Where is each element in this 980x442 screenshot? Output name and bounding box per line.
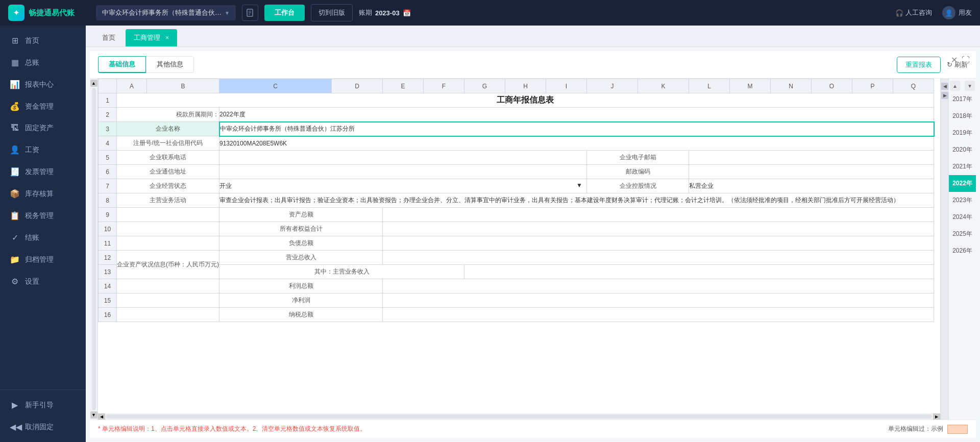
collapse-left-button[interactable]: ◀ xyxy=(941,83,948,90)
col-header-P[interactable]: P xyxy=(852,79,893,93)
col-header-J[interactable]: J xyxy=(587,79,638,93)
year-item-2023[interactable]: 2023年 xyxy=(949,192,976,209)
doc-icon-button[interactable] xyxy=(242,5,258,21)
col-header-A[interactable]: A xyxy=(117,79,147,93)
holding-value-cell[interactable]: 私营企业 xyxy=(689,179,934,193)
total-tax-label-cell: 纳税总额 xyxy=(219,308,383,322)
col-header-N[interactable]: N xyxy=(771,79,812,93)
sidebar-item-finance[interactable]: 💰 资金管理 xyxy=(0,95,86,117)
vertical-scroll-bar[interactable]: ▲ ▼ xyxy=(90,79,98,420)
postcode-value-cell[interactable] xyxy=(689,165,934,179)
sub-tab-basic[interactable]: 基础信息 xyxy=(98,56,146,73)
total-revenue-value-cell[interactable] xyxy=(383,251,934,265)
email-value-cell[interactable] xyxy=(689,151,934,165)
col-header-C[interactable]: C xyxy=(219,79,332,93)
tel-value-cell[interactable] xyxy=(219,151,587,165)
tel-label-cell: 企业联系电话 xyxy=(117,151,219,165)
year-item-2024[interactable]: 2024年 xyxy=(949,209,976,226)
sidebar-item-archive[interactable]: 📁 归档管理 xyxy=(0,249,86,271)
col-header-M[interactable]: M xyxy=(730,79,771,93)
year-down-button[interactable]: ▼ xyxy=(965,81,975,91)
sidebar-item-settle[interactable]: ✓ 结账 xyxy=(0,227,86,249)
sidebar-item-inventory[interactable]: 📦 库存核算 xyxy=(0,183,86,205)
main-revenue-value-cell[interactable] xyxy=(464,265,934,279)
sidebar-item-label: 税务管理 xyxy=(25,211,54,220)
scroll-down-button[interactable]: ▼ xyxy=(90,411,97,419)
col-header-D[interactable]: D xyxy=(332,79,383,93)
col-header-H[interactable]: H xyxy=(505,79,546,93)
sidebar-item-salary[interactable]: 👤 工资 xyxy=(0,139,86,161)
year-item-2021[interactable]: 2021年 xyxy=(949,158,976,175)
company-selector[interactable]: 中审众环会计师事务所（特殊普通合伙… ▼ xyxy=(96,5,236,20)
reg-no-value-cell[interactable]: 91320100MA208E5W6K xyxy=(219,136,934,151)
period-value-cell[interactable]: 2022年度 xyxy=(219,108,934,122)
liability-value-cell[interactable] xyxy=(383,236,934,251)
biz-status-value-cell[interactable]: 开业 ▼ xyxy=(219,179,587,193)
sidebar-item-tax[interactable]: 📋 税务管理 xyxy=(0,205,86,227)
sidebar-item-unpin[interactable]: ◀◀ 取消固定 xyxy=(0,416,86,438)
col-header-F[interactable]: F xyxy=(424,79,464,93)
col-header-L[interactable]: L xyxy=(689,79,730,93)
r9-a-cell[interactable] xyxy=(117,208,219,222)
reset-report-button[interactable]: 重置报表 xyxy=(897,57,941,73)
year-item-2026[interactable]: 2026年 xyxy=(949,242,976,259)
r15-a-cell[interactable] xyxy=(117,293,219,308)
profit-value-cell[interactable] xyxy=(383,279,934,293)
sidebar-item-assets[interactable]: 🏗 固定资产 xyxy=(0,117,86,139)
sub-tab-other[interactable]: 其他信息 xyxy=(146,56,194,73)
service-button[interactable]: 🎧 人工咨询 xyxy=(895,8,932,17)
service-label: 人工咨询 xyxy=(905,8,932,17)
main-biz-value-cell[interactable]: 审查企业会计报表；出具审计报告；验证企业资本；出具验资报告；办理企业合并、分立、… xyxy=(219,193,934,208)
total-assets-value-cell[interactable] xyxy=(383,208,934,222)
company-name-value-cell[interactable]: 中审众环会计师事务所（特殊普通合伙）江苏分所 xyxy=(219,122,934,136)
sidebar-item-settings[interactable]: ⚙ 设置 xyxy=(0,271,86,292)
guide-icon: ▶ xyxy=(10,400,20,410)
dropdown-arrow-icon[interactable]: ▼ xyxy=(576,182,582,189)
sheet-title-cell[interactable]: 工商年报信息表 xyxy=(117,93,934,108)
collapse-right-button[interactable]: ▶ xyxy=(941,92,948,99)
year-item-2022[interactable]: 2022年 xyxy=(949,175,976,192)
r16-a-cell[interactable] xyxy=(117,308,219,322)
top-header: ✦ 畅捷通易代账 中审众环会计师事务所（特殊普通合伙… ▼ 工作台 切到旧版 账… xyxy=(0,0,980,26)
h-scroll-bar[interactable]: ◀ ▶ xyxy=(98,413,940,420)
sidebar-item-guide[interactable]: ▶ 新手引导 xyxy=(0,394,86,416)
address-value-cell[interactable] xyxy=(219,165,587,179)
tab-active[interactable]: 工商管理 × xyxy=(126,29,177,46)
r11-a-cell[interactable] xyxy=(117,236,219,251)
scroll-right-button[interactable]: ▶ xyxy=(933,413,940,420)
year-up-button[interactable]: ▲ xyxy=(950,81,960,91)
scroll-left-button[interactable]: ◀ xyxy=(98,413,105,420)
r14-a-cell[interactable] xyxy=(117,279,219,293)
year-item-2019[interactable]: 2019年 xyxy=(949,125,976,141)
old-version-button[interactable]: 切到旧版 xyxy=(311,4,353,21)
col-header-B[interactable]: B xyxy=(147,79,219,93)
tab-home[interactable]: 首页 xyxy=(94,29,124,46)
sidebar-item-ledger[interactable]: ▦ 总账 xyxy=(0,52,86,73)
col-header-I[interactable]: I xyxy=(546,79,587,93)
scroll-up-button[interactable]: ▲ xyxy=(90,80,97,87)
year-item-2020[interactable]: 2020年 xyxy=(949,141,976,158)
tab-close-button[interactable]: × xyxy=(165,34,169,41)
col-header-O[interactable]: O xyxy=(812,79,852,93)
col-header-E[interactable]: E xyxy=(383,79,424,93)
maximize-window-button[interactable]: ⛶ xyxy=(962,55,970,65)
reg-no-label-cell: 注册号/统一社会信用代码 xyxy=(117,136,219,151)
year-item-2025[interactable]: 2025年 xyxy=(949,226,976,242)
equity-value-cell[interactable] xyxy=(383,222,934,236)
calendar-icon[interactable]: 📅 xyxy=(403,9,411,17)
col-header-Q[interactable]: Q xyxy=(893,79,934,93)
spreadsheet-main[interactable]: A B C D E F G H I J K L xyxy=(98,79,940,420)
col-header-K[interactable]: K xyxy=(638,79,689,93)
sidebar-item-report[interactable]: 📊 报表中心 xyxy=(0,73,86,95)
sidebar-item-invoice[interactable]: 🧾 发票管理 xyxy=(0,161,86,183)
total-tax-value-cell[interactable] xyxy=(383,308,934,322)
col-header-G[interactable]: G xyxy=(464,79,505,93)
year-item-2017[interactable]: 2017年 xyxy=(949,91,976,108)
net-profit-value-cell[interactable] xyxy=(383,293,934,308)
r10-a-cell[interactable] xyxy=(117,222,219,236)
workbench-button[interactable]: 工作台 xyxy=(264,5,305,21)
close-window-button[interactable]: ✕ xyxy=(951,55,958,65)
sidebar-item-home[interactable]: ⊞ 首页 xyxy=(0,30,86,52)
user-area[interactable]: 👤 用友 xyxy=(942,6,972,19)
year-item-2018[interactable]: 2018年 xyxy=(949,108,976,125)
